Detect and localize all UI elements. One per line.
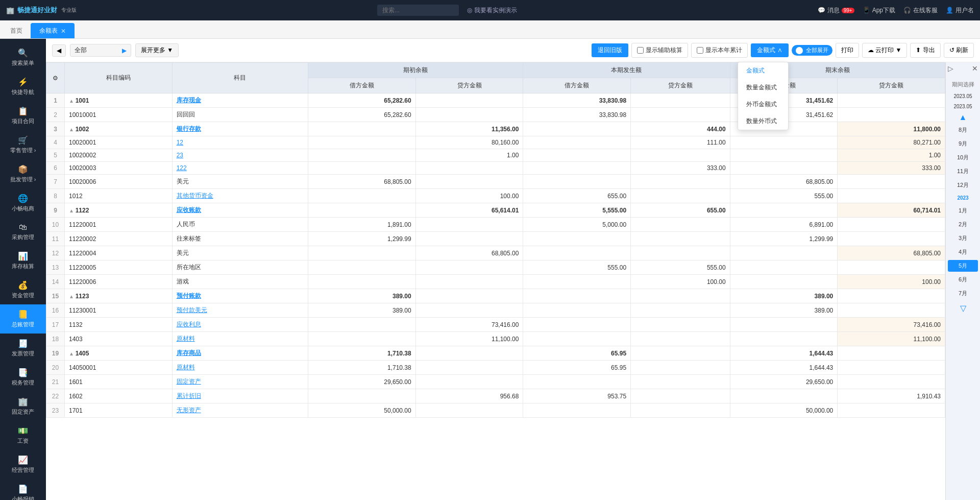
period-4[interactable]: 4月	[948, 246, 978, 258]
table-row-name: 往来标签	[172, 232, 308, 246]
sidebar-item-report[interactable]: 📄 小畅报销	[0, 479, 46, 500]
auxiliary-checkbox[interactable]	[637, 47, 644, 54]
demo-link[interactable]: ◎ 我要看实例演示	[467, 6, 517, 15]
mode-qty-amount[interactable]: 数量金额式	[738, 79, 788, 96]
search-all-input[interactable]: 全部 ▶	[70, 44, 131, 57]
table-row-value	[523, 275, 631, 289]
tab-home[interactable]: 首页	[4, 23, 29, 38]
period-10[interactable]: 10月	[948, 152, 978, 163]
chevron-down-icon: ▼	[167, 46, 173, 54]
expand-more-btn[interactable]: 展开更多 ▼	[135, 43, 179, 57]
print-btn[interactable]: 打印	[836, 43, 859, 58]
table-row-value	[730, 136, 838, 149]
table-wrapper[interactable]: ⚙ 科目编码 科目 期初余额 本期发生额 期末余额 借方金额 贷方金额 借方金额	[46, 62, 945, 500]
sidebar-item-wholesale[interactable]: 📦 批发管理 ›	[0, 159, 46, 188]
app-download-btn[interactable]: 📱 App下载	[863, 6, 895, 15]
period-11[interactable]: 11月	[948, 165, 978, 177]
cloud-print-btn[interactable]: ☁ 云打印 ▼	[862, 43, 908, 58]
table-row-name[interactable]: 其他货币资金	[172, 189, 308, 203]
table-row-value	[415, 403, 523, 418]
invoice-icon: 🧾	[18, 339, 28, 348]
collapse-icon[interactable]: ▲	[69, 351, 76, 356]
period-2[interactable]: 2月	[948, 219, 978, 230]
table-row-name[interactable]: 原材料	[172, 361, 308, 375]
mode-btn[interactable]: 金额式 ∧	[751, 43, 788, 57]
sidebar-item-ledger[interactable]: 📒 总账管理	[0, 304, 46, 334]
th-settings[interactable]: ⚙	[46, 63, 65, 93]
collapse-icon[interactable]: ▲	[69, 208, 76, 213]
table-row-name[interactable]: 预付款美元	[172, 303, 308, 318]
mode-foreign-amount[interactable]: 外币金额式	[738, 96, 788, 113]
period-3[interactable]: 3月	[948, 232, 978, 244]
sidebar-item-capital[interactable]: 💰 资金管理	[0, 275, 46, 304]
table-row-name[interactable]: 122	[172, 162, 308, 175]
table-row-name[interactable]: 23	[172, 149, 308, 162]
mode-qty-foreign[interactable]: 数量外币式	[738, 113, 788, 130]
table-row-code: 1601	[65, 375, 173, 389]
sidebar-item-assets[interactable]: 🏢 固定资产	[0, 392, 46, 421]
sidebar-label-wholesale: 批发管理 ›	[10, 176, 36, 183]
period-1[interactable]: 1月	[948, 205, 978, 217]
collapse-icon[interactable]: ▲	[69, 127, 76, 132]
panel-collapse-btn[interactable]: ✕	[970, 62, 980, 75]
export-btn[interactable]: ⬆ 导出	[910, 43, 940, 58]
table-row-value	[523, 403, 631, 418]
sidebar-item-salary[interactable]: 💵 工资	[0, 421, 46, 450]
ytd-checkbox[interactable]	[697, 47, 703, 54]
service-icon: 🎧	[903, 7, 911, 14]
sidebar-item-project[interactable]: 📋 项目合同	[0, 101, 46, 130]
column-settings-icon[interactable]: ⚙	[53, 75, 58, 82]
panel-expand-btn[interactable]: ▷	[946, 62, 955, 75]
table-row-name[interactable]: 无形资产	[172, 403, 308, 418]
refresh-btn[interactable]: ↺ 刷新	[944, 43, 974, 58]
export-icon: ⬆	[916, 46, 921, 54]
sidebar-item-retail[interactable]: 🛒 零售管理 ›	[0, 130, 46, 159]
table-row-value: 33,830.98	[523, 108, 631, 122]
table-row-name[interactable]: 固定资产	[172, 375, 308, 389]
period-6[interactable]: 6月	[948, 274, 978, 285]
back-button[interactable]: ◀	[52, 44, 66, 57]
sidebar-label-capital: 资金管理	[12, 292, 34, 299]
tab-close-icon[interactable]: ✕	[61, 28, 66, 35]
sidebar-item-purchase[interactable]: 🛍 采购管理	[0, 218, 46, 246]
expand-all-toggle[interactable]: 全部展开	[792, 45, 832, 56]
table-and-panel: ⚙ 科目编码 科目 期初余额 本期发生额 期末余额 借方金额 贷方金额 借方金额	[46, 62, 980, 500]
mode-amount[interactable]: 金额式	[738, 62, 788, 79]
collapse-icon[interactable]: ▲	[69, 98, 76, 104]
sidebar-item-ecommerce[interactable]: 🌐 小畅电商	[0, 188, 46, 218]
sidebar-item-inventory[interactable]: 📊 库存核算	[0, 246, 46, 275]
sidebar-label-ops: 经营管理	[12, 466, 34, 474]
period-8[interactable]: 8月	[948, 124, 978, 136]
period-12[interactable]: 12月	[948, 179, 978, 191]
table-row-name[interactable]: 12	[172, 136, 308, 149]
period-7[interactable]: 7月	[948, 288, 978, 299]
table-row-value	[838, 93, 945, 108]
sidebar-item-search[interactable]: 🔍 搜索菜单	[0, 43, 46, 72]
show-ytd-check[interactable]: 显示本年累计	[691, 43, 748, 58]
sidebar-item-ops[interactable]: 📈 经营管理	[0, 450, 46, 479]
collapse-icon[interactable]: ▲	[69, 294, 76, 299]
tab-yue[interactable]: 余额表 ✕	[31, 23, 75, 38]
period-down-arrow[interactable]: ▽	[960, 303, 966, 313]
sidebar-item-quicknav[interactable]: ⚡ 快捷导航	[0, 72, 46, 101]
sidebar-item-invoice[interactable]: 🧾 发票管理	[0, 334, 46, 363]
top-bar-right: 💬 消息 99+ 📱 App下载 🎧 在线客服 👤 用户名	[818, 6, 974, 15]
table-row-code: 11220004	[65, 246, 173, 260]
table-row-name[interactable]: 原材料	[172, 332, 308, 346]
period-9[interactable]: 9月	[948, 138, 978, 150]
message-btn[interactable]: 💬 消息 99+	[818, 6, 854, 15]
period-up-arrow[interactable]: ▲	[959, 113, 967, 122]
th-opening: 期初余额	[308, 63, 523, 78]
show-auxiliary-check[interactable]: 显示辅助核算	[631, 43, 688, 58]
online-service-btn[interactable]: 🎧 在线客服	[903, 6, 938, 15]
table-row-name[interactable]: 累计折旧	[172, 389, 308, 403]
table-row-code: 1132	[65, 318, 173, 332]
table-row-value: 1,299.99	[308, 232, 416, 246]
period-5[interactable]: 5月	[948, 260, 978, 272]
sidebar-item-tax[interactable]: 📑 税务管理	[0, 363, 46, 392]
user-avatar[interactable]: 👤 用户名	[946, 6, 974, 15]
top-search-input[interactable]	[377, 5, 459, 16]
table-row-name[interactable]: 应收利息	[172, 318, 308, 332]
table-row-code: ▲ 1001	[65, 93, 173, 108]
return-old-version-btn[interactable]: 退回旧版	[592, 43, 628, 57]
